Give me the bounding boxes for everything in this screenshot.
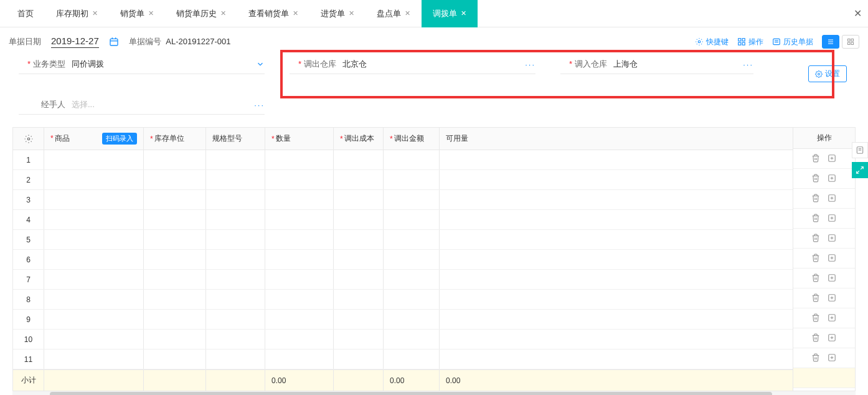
add-icon[interactable] bbox=[828, 174, 837, 184]
tab-home[interactable]: 首页 bbox=[6, 0, 45, 27]
biz-type-field[interactable]: 业务类型 同价调拨 bbox=[19, 59, 265, 74]
svg-rect-17 bbox=[848, 42, 851, 45]
row-number: 2 bbox=[13, 170, 44, 189]
chevron-down-icon[interactable] bbox=[256, 60, 265, 69]
svg-rect-7 bbox=[738, 42, 741, 45]
table-row[interactable]: 4 bbox=[13, 210, 793, 230]
shortcut-link[interactable]: 快捷键 bbox=[695, 37, 729, 47]
row-ops bbox=[793, 249, 855, 269]
table-row[interactable]: 11 bbox=[13, 350, 793, 369]
table-row[interactable]: 5 bbox=[13, 230, 793, 250]
add-icon[interactable] bbox=[828, 254, 837, 264]
table-row[interactable]: 1 bbox=[13, 150, 793, 170]
tab-bar: 首页 库存期初✕ 销货单✕ 销货单历史✕ 查看销货单✕ 进货单✕ 盘点单✕ 调拨… bbox=[0, 0, 868, 27]
scan-entry-button[interactable]: 扫码录入 bbox=[102, 133, 137, 145]
delete-icon[interactable] bbox=[811, 313, 821, 323]
operations-link[interactable]: 操作 bbox=[737, 37, 763, 47]
row-number: 7 bbox=[13, 270, 44, 289]
svg-rect-6 bbox=[742, 39, 745, 41]
svg-rect-5 bbox=[738, 39, 741, 41]
close-all-icon[interactable]: ✕ bbox=[854, 7, 862, 19]
more-icon[interactable]: ··· bbox=[254, 100, 265, 110]
table-row[interactable]: 9 bbox=[13, 310, 793, 330]
row-number: 5 bbox=[13, 230, 44, 249]
delete-icon[interactable] bbox=[811, 293, 821, 303]
close-icon[interactable]: ✕ bbox=[349, 9, 354, 17]
add-icon[interactable] bbox=[828, 333, 837, 343]
svg-line-58 bbox=[857, 171, 859, 173]
in-warehouse-field[interactable]: 调入仓库 上海仓 ··· bbox=[560, 59, 753, 74]
add-icon[interactable] bbox=[828, 214, 837, 224]
add-icon[interactable] bbox=[828, 194, 837, 204]
tab-sales-order[interactable]: 销货单✕ bbox=[109, 0, 165, 27]
row-number: 6 bbox=[13, 250, 44, 269]
tab-view-sales[interactable]: 查看销货单✕ bbox=[237, 0, 309, 27]
table-row[interactable]: 8 bbox=[13, 290, 793, 310]
delete-icon[interactable] bbox=[811, 333, 821, 343]
product-header: *商品 扫码录入 bbox=[44, 128, 144, 150]
unit-header: *库存单位 bbox=[144, 128, 206, 150]
subtotal-row: 小计 0.00 0.00 0.00 bbox=[13, 369, 793, 391]
close-icon[interactable]: ✕ bbox=[405, 9, 410, 17]
horizontal-scrollbar[interactable] bbox=[12, 391, 856, 395]
tab-stocktake[interactable]: 盘点单✕ bbox=[366, 0, 422, 27]
row-ops bbox=[793, 149, 855, 169]
grid-view-button[interactable] bbox=[842, 35, 859, 49]
tab-sales-history[interactable]: 销货单历史✕ bbox=[165, 0, 237, 27]
row-ops bbox=[793, 348, 855, 368]
svg-point-19 bbox=[818, 73, 820, 75]
settings-button[interactable]: 设置 bbox=[808, 65, 847, 82]
handler-field[interactable]: 经手人 选择... ··· bbox=[19, 99, 265, 115]
delete-icon[interactable] bbox=[811, 154, 821, 164]
close-icon[interactable]: ✕ bbox=[293, 9, 298, 17]
delete-icon[interactable] bbox=[811, 214, 821, 224]
row-number: 8 bbox=[13, 290, 44, 309]
delete-icon[interactable] bbox=[811, 174, 821, 184]
expand-widget[interactable] bbox=[852, 162, 868, 178]
close-icon[interactable]: ✕ bbox=[220, 9, 226, 17]
table-row[interactable]: 6 bbox=[13, 250, 793, 270]
more-icon[interactable]: ··· bbox=[525, 60, 535, 69]
close-icon[interactable]: ✕ bbox=[92, 9, 98, 17]
delete-icon[interactable] bbox=[811, 194, 821, 204]
tab-purchase[interactable]: 进货单✕ bbox=[309, 0, 366, 27]
add-icon[interactable] bbox=[828, 154, 837, 164]
row-number: 11 bbox=[13, 350, 44, 369]
svg-point-4 bbox=[698, 40, 701, 43]
list-view-button[interactable] bbox=[822, 35, 839, 49]
delete-icon[interactable] bbox=[811, 353, 821, 363]
svg-rect-16 bbox=[851, 39, 854, 42]
delete-icon[interactable] bbox=[811, 274, 821, 283]
gear-header[interactable] bbox=[13, 128, 44, 150]
add-icon[interactable] bbox=[828, 293, 837, 303]
row-ops bbox=[793, 209, 855, 229]
date-value[interactable]: 2019-12-27 bbox=[51, 36, 99, 48]
notes-widget[interactable] bbox=[852, 142, 868, 158]
table-row[interactable]: 3 bbox=[13, 190, 793, 210]
table-row[interactable]: 7 bbox=[13, 270, 793, 290]
add-icon[interactable] bbox=[828, 313, 837, 323]
close-icon[interactable]: ✕ bbox=[461, 9, 466, 17]
date-label: 单据日期 bbox=[9, 36, 41, 47]
svg-line-57 bbox=[861, 167, 863, 169]
table-row[interactable]: 10 bbox=[13, 330, 793, 350]
svg-rect-8 bbox=[742, 42, 745, 45]
row-ops bbox=[793, 169, 855, 189]
history-link[interactable]: 历史单据 bbox=[772, 37, 813, 47]
row-ops bbox=[793, 308, 855, 328]
table-row[interactable]: 2 bbox=[13, 170, 793, 190]
tab-inventory-opening[interactable]: 库存期初✕ bbox=[45, 0, 109, 27]
delete-icon[interactable] bbox=[811, 234, 821, 244]
add-icon[interactable] bbox=[828, 353, 837, 363]
tab-transfer[interactable]: 调拨单✕ bbox=[422, 0, 478, 27]
delete-icon[interactable] bbox=[811, 254, 821, 264]
calendar-icon[interactable] bbox=[109, 37, 119, 47]
close-icon[interactable]: ✕ bbox=[148, 9, 154, 17]
row-number: 9 bbox=[13, 310, 44, 329]
add-icon[interactable] bbox=[828, 274, 837, 283]
more-icon[interactable]: ··· bbox=[743, 60, 753, 69]
out-warehouse-field[interactable]: 调出仓库 北京仓 ··· bbox=[290, 59, 535, 74]
form-area: 业务类型 同价调拨 调出仓库 北京仓 ··· 调入仓库 上海仓 ··· 经手人 … bbox=[0, 56, 868, 121]
row-ops bbox=[793, 189, 855, 209]
add-icon[interactable] bbox=[828, 234, 837, 244]
